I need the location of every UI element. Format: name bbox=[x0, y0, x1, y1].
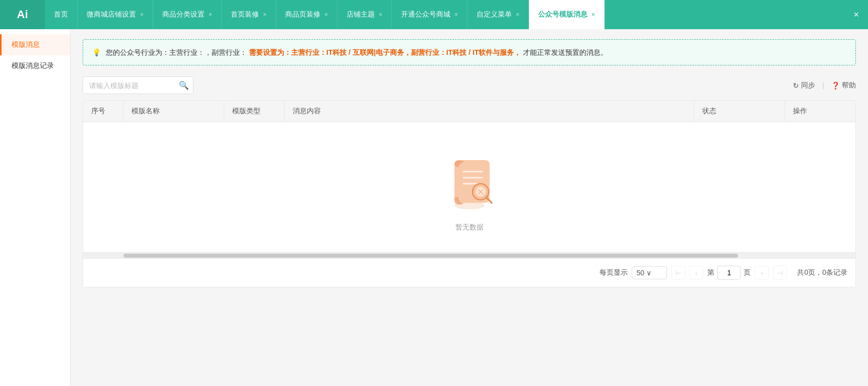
nav-tab-home[interactable]: 首页 bbox=[45, 0, 78, 29]
sidebar-item-template-msg-log[interactable]: 模版消息记录 bbox=[0, 55, 70, 76]
close-icon[interactable]: × bbox=[516, 11, 519, 18]
close-icon[interactable]: × bbox=[209, 11, 212, 18]
empty-text: 暂无数据 bbox=[455, 223, 484, 232]
col-name: 模版名称 bbox=[123, 101, 224, 122]
next-page-button[interactable]: › bbox=[755, 266, 769, 280]
page-size-label: 每页显示 bbox=[599, 268, 628, 277]
col-type: 模版类型 bbox=[224, 101, 285, 122]
top-navbar: Ai 首页 微商城店铺设置 × 商品分类设置 × 首页装修 × 商品页装修 × … bbox=[0, 0, 868, 29]
page-input-wrap: 第 页 bbox=[707, 266, 751, 280]
page-total: 共0页，0条记录 bbox=[797, 268, 847, 277]
main-layout: 模版消息 模版消息记录 💡 您的公众号行业为：主营行业：，副营行业： 需要设置为… bbox=[0, 29, 868, 386]
col-action: 操作 bbox=[785, 101, 855, 122]
sidebar: 模版消息 模版消息记录 bbox=[0, 29, 71, 386]
col-content: 消息内容 bbox=[285, 101, 694, 122]
search-input[interactable] bbox=[83, 78, 174, 93]
help-button[interactable]: ❓ 帮助 bbox=[831, 81, 856, 90]
close-icon[interactable]: × bbox=[591, 11, 595, 18]
notice-prefix: 您的公众号行业为：主营行业：，副营行业： bbox=[106, 48, 247, 56]
prev-page-button[interactable]: ‹ bbox=[689, 266, 703, 280]
toolbar-divider: | bbox=[822, 82, 824, 90]
col-status: 状态 bbox=[694, 101, 785, 122]
app-logo: Ai bbox=[0, 0, 45, 29]
col-seq: 序号 bbox=[83, 101, 123, 122]
page-label-suf: 页 bbox=[744, 268, 751, 277]
sidebar-item-template-msg[interactable]: 模版消息 bbox=[0, 34, 70, 55]
empty-illustration bbox=[439, 152, 500, 213]
table-header: 序号 模版名称 模版类型 消息内容 状态 操作 bbox=[83, 101, 855, 122]
notice-suffix: 才能正常发送预置的消息。 bbox=[523, 48, 608, 56]
page-label-pre: 第 bbox=[707, 268, 714, 277]
search-button[interactable]: 🔍 bbox=[174, 77, 193, 94]
nav-tab-product-decor[interactable]: 商品页装修 × bbox=[276, 0, 338, 29]
close-icon[interactable]: × bbox=[140, 11, 144, 18]
toolbar: 🔍 ↻ 同步 | ❓ 帮助 bbox=[83, 76, 856, 94]
bulb-icon: 💡 bbox=[92, 48, 101, 56]
sync-button[interactable]: ↻ 同步 bbox=[793, 81, 815, 90]
nav-tab-open-mall[interactable]: 开通公众号商城 × bbox=[392, 0, 468, 29]
sync-icon: ↻ bbox=[793, 82, 799, 90]
chevron-down-icon: ∨ bbox=[646, 269, 651, 277]
data-table: 序号 模版名称 模版类型 消息内容 状态 操作 bbox=[83, 100, 856, 287]
page-size-select[interactable]: 50 ∨ bbox=[632, 266, 667, 279]
close-icon[interactable]: × bbox=[263, 11, 266, 18]
first-page-button[interactable]: ⊢ bbox=[671, 266, 685, 280]
nav-tab-shop-settings[interactable]: 微商城店铺设置 × bbox=[78, 0, 153, 29]
pagination: 每页显示 50 ∨ ⊢ ‹ 第 页 › ⊣ 共0页，0条记录 bbox=[83, 258, 855, 287]
notice-highlight: 需要设置为：主营行业：IT科技 / 互联网|电子商务，副营行业：IT科技 / I… bbox=[249, 48, 521, 56]
content-area: 💡 您的公众号行业为：主营行业：，副营行业： 需要设置为：主营行业：IT科技 /… bbox=[71, 29, 868, 386]
close-icon[interactable]: × bbox=[379, 11, 382, 18]
notice-banner: 💡 您的公众号行业为：主营行业：，副营行业： 需要设置为：主营行业：IT科技 /… bbox=[83, 39, 856, 65]
nav-tab-category-settings[interactable]: 商品分类设置 × bbox=[153, 0, 222, 29]
horizontal-scrollbar[interactable] bbox=[83, 252, 855, 258]
help-icon: ❓ bbox=[831, 82, 840, 90]
page-size-value: 50 bbox=[636, 269, 644, 277]
nav-tab-custom-menu[interactable]: 自定义菜单 × bbox=[468, 0, 529, 29]
close-icon[interactable]: × bbox=[324, 11, 328, 18]
close-all-button[interactable]: × bbox=[844, 10, 868, 20]
nav-tab-list: 首页 微商城店铺设置 × 商品分类设置 × 首页装修 × 商品页装修 × 店铺主… bbox=[45, 0, 844, 29]
page-number-input[interactable] bbox=[717, 266, 741, 280]
last-page-button[interactable]: ⊣ bbox=[773, 266, 787, 280]
nav-tab-template-msg[interactable]: 公众号模版消息 × bbox=[529, 0, 605, 29]
toolbar-right: ↻ 同步 | ❓ 帮助 bbox=[793, 81, 856, 90]
empty-state: 暂无数据 bbox=[83, 122, 855, 252]
nav-tab-home-decor[interactable]: 首页装修 × bbox=[222, 0, 276, 29]
scrollbar-thumb[interactable] bbox=[123, 254, 738, 258]
close-icon[interactable]: × bbox=[454, 11, 458, 18]
search-box: 🔍 bbox=[83, 76, 193, 94]
nav-tab-shop-theme[interactable]: 店铺主题 × bbox=[338, 0, 392, 29]
